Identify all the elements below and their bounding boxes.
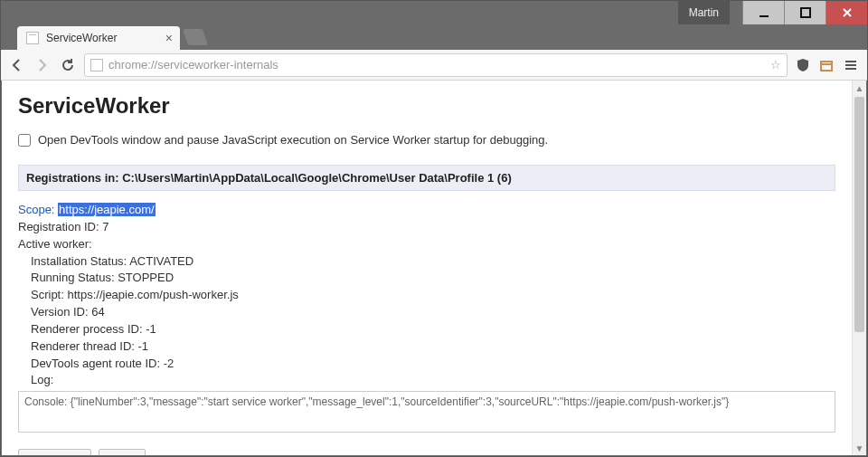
- running-status-value: STOPPED: [118, 271, 174, 284]
- forward-button[interactable]: [33, 56, 52, 74]
- running-status-label: Running Status:: [31, 271, 115, 284]
- running-status-row: Running Status: STOPPED: [18, 270, 835, 287]
- back-button[interactable]: [8, 56, 26, 74]
- active-worker-label: Active worker:: [18, 236, 835, 253]
- page-file-icon: [90, 59, 103, 71]
- button-row: Unregister Start: [18, 449, 835, 455]
- tab-title: ServiceWorker: [46, 32, 117, 44]
- scope-label: Scope:: [18, 203, 54, 216]
- install-status-label: Installation Status:: [31, 254, 127, 268]
- close-button[interactable]: [826, 1, 867, 24]
- tab-strip: ServiceWorker ×: [1, 24, 867, 50]
- shield-icon: [796, 58, 810, 72]
- renderer-tid-label: Renderer thread ID:: [31, 339, 135, 353]
- svg-rect-0: [760, 15, 769, 17]
- renderer-tid-row: Renderer thread ID: -1: [18, 338, 835, 356]
- profile-button[interactable]: Martin: [678, 1, 730, 24]
- log-label: Log:: [18, 372, 835, 389]
- renderer-pid-row: Renderer process ID: -1: [18, 321, 835, 338]
- back-arrow-icon: [9, 57, 25, 73]
- menu-button[interactable]: [842, 56, 860, 74]
- svg-rect-2: [821, 62, 832, 71]
- log-textarea[interactable]: [18, 391, 835, 433]
- registration-id-row: Registration ID: 7: [18, 219, 835, 236]
- close-icon: [842, 7, 853, 18]
- content-area: ServiceWorker Open DevTools window and p…: [2, 81, 866, 455]
- start-button[interactable]: Start: [99, 449, 145, 455]
- scroll-down-icon[interactable]: ▼: [853, 441, 866, 455]
- hamburger-icon: [844, 58, 858, 72]
- registration-block: Scope: https://jeapie.com/ Registration …: [18, 202, 835, 455]
- tab-serviceworker[interactable]: ServiceWorker ×: [17, 26, 180, 50]
- version-id-value: 64: [91, 305, 104, 319]
- version-id-row: Version ID: 64: [18, 304, 835, 321]
- debug-checkbox-label: Open DevTools window and pause JavaScrip…: [38, 133, 548, 147]
- browser-window: Martin ServiceWorker × chr: [0, 0, 868, 457]
- renderer-pid-label: Renderer process ID:: [31, 322, 143, 336]
- box-icon: [819, 58, 834, 72]
- renderer-pid-value: -1: [146, 322, 156, 336]
- devtools-route-row: DevTools agent route ID: -2: [18, 356, 835, 373]
- registrations-header: Registrations in: C:\Users\Martin\AppDat…: [18, 165, 835, 191]
- scroll-up-icon[interactable]: ▲: [853, 81, 866, 95]
- forward-arrow-icon: [34, 57, 51, 73]
- maximize-button[interactable]: [784, 1, 826, 24]
- scope-value[interactable]: https://jeapie.com/: [58, 203, 156, 216]
- vertical-scrollbar[interactable]: ▲ ▼: [852, 81, 866, 455]
- devtools-route-label: DevTools agent route ID:: [31, 357, 160, 370]
- page-content: ServiceWorker Open DevTools window and p…: [2, 81, 852, 455]
- minimize-button[interactable]: [742, 1, 784, 24]
- url-text: chrome://serviceworker-internals: [108, 58, 278, 71]
- bookmark-star-button[interactable]: ☆: [770, 58, 781, 71]
- scope-row: Scope: https://jeapie.com/: [18, 202, 835, 219]
- new-tab-button[interactable]: [183, 29, 208, 45]
- install-status-value: ACTIVATED: [129, 254, 193, 268]
- scroll-thumb[interactable]: [854, 97, 864, 332]
- reload-icon: [61, 58, 75, 72]
- extension-ublock-icon[interactable]: [795, 57, 811, 73]
- renderer-tid-value: -1: [138, 339, 149, 353]
- extension-icon[interactable]: [818, 57, 835, 73]
- page-title: ServiceWorker: [18, 93, 835, 119]
- page-favicon-icon: [26, 32, 39, 44]
- reload-button[interactable]: [59, 56, 77, 74]
- svg-rect-1: [801, 8, 810, 17]
- address-bar[interactable]: chrome://serviceworker-internals ☆: [84, 53, 788, 77]
- toolbar: chrome://serviceworker-internals ☆: [1, 50, 867, 81]
- script-label: Script:: [31, 288, 64, 301]
- version-id-label: Version ID:: [31, 305, 89, 319]
- minimize-icon: [759, 7, 769, 18]
- debug-checkbox-row[interactable]: Open DevTools window and pause JavaScrip…: [18, 133, 835, 147]
- maximize-icon: [800, 7, 811, 18]
- registration-id-label: Registration ID:: [18, 220, 99, 233]
- tab-close-button[interactable]: ×: [165, 32, 173, 44]
- devtools-route-value: -2: [164, 357, 175, 370]
- window-titlebar: Martin: [1, 1, 867, 24]
- script-value: https://jeapie.com/push-worker.js: [67, 288, 238, 301]
- unregister-button[interactable]: Unregister: [18, 449, 91, 455]
- debug-checkbox[interactable]: [18, 134, 31, 147]
- registration-id-value: 7: [102, 220, 108, 233]
- script-row: Script: https://jeapie.com/push-worker.j…: [18, 287, 835, 304]
- install-status-row: Installation Status: ACTIVATED: [18, 253, 835, 271]
